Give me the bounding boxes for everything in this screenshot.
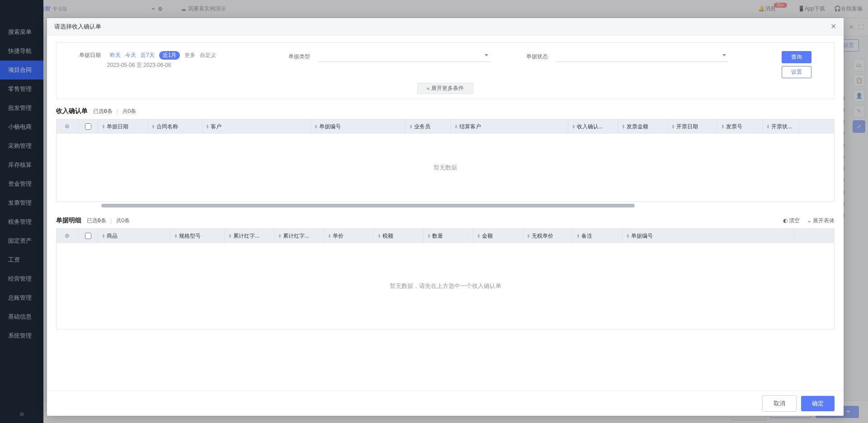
table2-head: ⚙ ▲▼商品▲▼规格型号▲▼累计红字...▲▼累计红字...▲▼单价▲▼税额▲▼… [57,229,834,243]
column-header[interactable]: ▲▼单据日期 [98,119,148,134]
select-all-checkbox[interactable] [78,229,98,243]
column-header[interactable]: ▲▼商品 [98,229,170,243]
date-more[interactable]: 更多 [184,52,195,59]
sort-icon: ▲▼ [328,234,331,238]
select-all-checkbox[interactable] [78,119,98,134]
section1-title: 收入确认单 [56,107,88,115]
column-header[interactable]: ▲▼数量 [424,229,473,243]
section2-count: 已选0条 | 共0条 [87,217,130,225]
column-header[interactable]: ▲▼规格型号 [170,229,225,243]
sort-icon: ▲▼ [377,234,381,238]
confirm-button[interactable]: 确定 [801,396,835,411]
sort-icon: ▲▼ [278,234,282,238]
clear-button[interactable]: ◐清空 [783,217,800,225]
sort-icon: ▲▼ [576,234,580,238]
sort-icon: ▲▼ [314,124,318,129]
sort-icon: ▲▼ [102,234,105,238]
select-income-confirm-modal: 请选择收入确认单 ✕ 单据日期 昨天 今天 近7天 近1月 更多 自定义 202… [47,18,844,416]
modal-title: 请选择收入确认单 [54,23,101,31]
section1-header: 收入确认单 已选0条 | 共0条 [56,107,835,115]
chevron-down-icon [722,52,726,58]
date-month[interactable]: 近1月 [159,51,180,60]
sort-icon: ▲▼ [671,124,675,129]
section2-title: 单据明细 [56,216,81,225]
sort-icon: ▲▼ [409,124,413,129]
table1-scrollbar[interactable] [56,203,835,208]
date-range: 2023-05-06 至 2023-06-06 [107,61,216,69]
table-settings-icon[interactable]: ⚙ [57,229,78,243]
table2: ⚙ ▲▼商品▲▼规格型号▲▼累计红字...▲▼累计红字...▲▼单价▲▼税额▲▼… [56,228,835,329]
column-header[interactable]: ▲▼合同名称 [148,119,202,134]
column-header[interactable]: ▲▼开票日期 [668,119,717,134]
modal-header: 请选择收入确认单 ✕ [47,18,844,35]
column-header[interactable]: ▲▼开票状... [763,119,799,134]
column-header[interactable]: ▲▼备注 [573,229,623,243]
expand-conditions-button[interactable]: ≈ 展开更多条件 [417,83,474,94]
sort-icon: ▲▼ [572,124,576,129]
date-custom[interactable]: 自定义 [200,52,216,59]
column-header[interactable]: ▲▼无税单价 [523,229,573,243]
sort-icon: ▲▼ [102,124,105,129]
eraser-icon: ◐ [783,217,788,224]
sort-icon: ▲▼ [622,124,625,129]
sort-icon: ▲▼ [151,124,155,129]
table2-empty: 暂无数据，请先在上方选中一个收入确认单 [57,243,834,329]
sort-icon: ▲▼ [477,234,481,238]
column-header[interactable]: ▲▼税额 [374,229,424,243]
chevron-down-icon [485,52,488,58]
sort-icon: ▲▼ [527,234,530,238]
sort-icon: ▲▼ [206,124,209,129]
sort-icon: ▲▼ [427,234,431,238]
column-header[interactable]: ▲▼累计红字... [274,229,324,243]
sort-icon: ▲▼ [228,234,232,238]
doc-status-field[interactable]: 单据状态 [526,51,728,62]
filter-card: 单据日期 昨天 今天 近7天 近1月 更多 自定义 2023-05-06 至 2… [56,42,835,99]
sort-icon: ▲▼ [766,124,770,129]
column-header[interactable]: ▲▼单价 [324,229,374,243]
cancel-button[interactable]: 取消 [762,395,797,412]
date-week[interactable]: 近7天 [141,52,155,59]
date-today[interactable]: 今天 [125,52,136,59]
query-button[interactable]: 查询 [782,51,811,63]
table-settings-icon[interactable]: ⚙ [57,119,78,134]
date-label: 单据日期 [79,52,101,59]
table1-empty: 暂无数据 [57,134,834,202]
close-icon[interactable]: ✕ [830,22,836,31]
column-header[interactable]: ▲▼业务员 [406,119,451,134]
table1-head: ⚙ ▲▼单据日期▲▼合同名称▲▼客户▲▼单据编号▲▼业务员▲▼结算客户▲▼收入确… [57,119,834,134]
sort-icon: ▲▼ [174,234,178,238]
column-header[interactable]: ▲▼发票金额 [618,119,668,134]
date-yesterday[interactable]: 昨天 [110,52,121,59]
double-chevron-down-icon: ≈ [427,85,430,92]
column-header[interactable]: ▲▼结算客户 [451,119,568,134]
sort-icon: ▲▼ [721,124,725,129]
expand-body-button[interactable]: ⌄展开表体 [807,217,835,225]
column-header[interactable]: ▲▼收入确认... [568,119,618,134]
modal-footer: 取消 确定 [47,390,844,416]
table1: ⚙ ▲▼单据日期▲▼合同名称▲▼客户▲▼单据编号▲▼业务员▲▼结算客户▲▼收入确… [56,119,835,202]
column-header[interactable]: ▲▼金额 [473,229,523,243]
column-header[interactable]: ▲▼发票号 [717,119,763,134]
column-header[interactable]: ▲▼累计红字... [225,229,274,243]
column-header[interactable]: ▲▼单据编号 [311,119,406,134]
doc-type-field[interactable]: 单据类型 [288,51,490,62]
section1-count: 已选0条 | 共0条 [93,108,136,115]
filter-settings-button[interactable]: 设置 [782,66,811,78]
sort-icon: ▲▼ [626,234,630,238]
column-header[interactable]: ▲▼客户 [202,119,311,134]
column-header[interactable]: ▲▼单据编号 [623,229,794,243]
section2-header: 单据明细 已选0条 | 共0条 ◐清空 ⌄展开表体 [56,216,835,225]
sort-icon: ▲▼ [454,124,458,129]
double-chevron-down-icon: ⌄ [807,217,811,224]
